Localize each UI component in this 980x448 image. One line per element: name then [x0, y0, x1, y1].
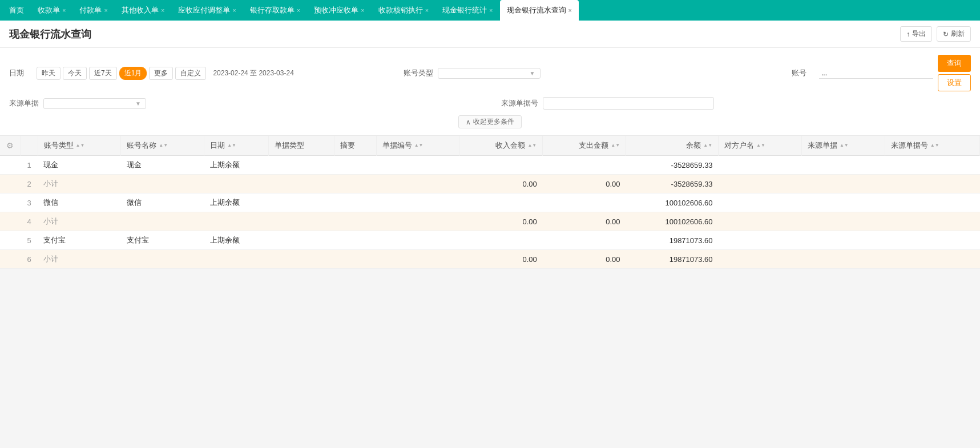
cell-summary	[334, 212, 376, 231]
refresh-button[interactable]: ↻ 刷新	[937, 26, 971, 42]
cell-doc-type	[269, 156, 334, 175]
th-income[interactable]: 收入金额 ▲▼	[459, 136, 543, 156]
sort-icon-source-doc-no: ▲▼	[930, 143, 939, 148]
nav-item-prepayment[interactable]: 预收冲应收单 ×	[307, 0, 371, 21]
cell-settings	[0, 193, 21, 212]
cell-balance: 100102606.60	[626, 193, 719, 212]
table-body: 1 现金 现金 上期余额 -3528659.33 2 小计 0.00 0.00 …	[0, 156, 980, 269]
account-type-select[interactable]: ▼	[438, 68, 541, 79]
cell-settings	[0, 231, 21, 250]
th-balance[interactable]: 余额 ▲▼	[626, 136, 719, 156]
cell-expense: 0.00	[543, 175, 626, 193]
date-btn-today[interactable]: 今天	[63, 67, 87, 80]
th-account-name[interactable]: 账号名称 ▲▼	[121, 136, 204, 156]
cell-balance: 19871073.60	[626, 231, 719, 250]
refresh-label: 刷新	[951, 29, 965, 39]
table-row[interactable]: 2 小计 0.00 0.00 -3528659.33	[0, 175, 980, 193]
nav-close-bank-deposit[interactable]: ×	[297, 7, 300, 14]
nav-label-receipt: 收款单	[38, 5, 60, 15]
table-row[interactable]: 3 微信 微信 上期余额 100102606.60	[0, 193, 980, 212]
cell-summary	[334, 156, 376, 175]
cell-balance: -3528659.33	[626, 156, 719, 175]
cell-source-doc-no	[885, 156, 979, 175]
nav-item-other-income[interactable]: 其他收入单 ×	[115, 0, 171, 21]
cell-source-doc	[801, 175, 885, 193]
cell-source-doc-no	[885, 250, 979, 269]
nav-label-prepayment: 预收冲应收单	[314, 5, 358, 15]
th-settings[interactable]: ⚙	[0, 136, 21, 156]
cell-expense: 0.00	[543, 212, 626, 231]
nav-item-writeoff[interactable]: 收款核销执行 ×	[372, 0, 435, 21]
th-source-doc-no[interactable]: 来源单据号 ▲▼	[885, 136, 979, 156]
gear-icon[interactable]: ⚙	[6, 141, 14, 150]
date-btn-yesterday[interactable]: 昨天	[37, 67, 61, 80]
th-expense[interactable]: 支出金额 ▲▼	[543, 136, 626, 156]
nav-close-bank-stats[interactable]: ×	[489, 7, 493, 14]
nav-close-writeoff[interactable]: ×	[425, 7, 429, 14]
chevron-down-icon: ▼	[530, 70, 535, 76]
nav-label-bank-flow: 现金银行流水查询	[507, 5, 566, 15]
cell-doc-no	[376, 231, 459, 250]
nav-close-adjustment[interactable]: ×	[232, 7, 236, 14]
nav-item-receipt[interactable]: 收款单 ×	[31, 0, 72, 21]
account-input[interactable]	[819, 68, 933, 79]
source-doc-select[interactable]: ▼	[43, 98, 146, 109]
nav-close-payment[interactable]: ×	[104, 7, 107, 14]
cell-source-doc	[801, 156, 885, 175]
nav-close-other-income[interactable]: ×	[161, 7, 164, 14]
nav-item-bank-stats[interactable]: 现金银行统计 ×	[435, 0, 499, 21]
nav-label-bank-stats: 现金银行统计	[442, 5, 487, 15]
query-button[interactable]: 查询	[938, 55, 971, 72]
nav-close-prepayment[interactable]: ×	[361, 7, 364, 14]
table-row[interactable]: 6 小计 0.00 0.00 19871073.60	[0, 250, 980, 269]
source-doc-no-input[interactable]	[543, 97, 714, 110]
table-header: ⚙ 账号类型 ▲▼ 账号名称 ▲▼ 日期	[0, 136, 980, 156]
collapse-label: 收起更多条件	[473, 117, 514, 127]
cell-doc-no	[376, 212, 459, 231]
nav-item-bank-flow[interactable]: 现金银行流水查询 ×	[500, 0, 579, 21]
th-date[interactable]: 日期 ▲▼	[204, 136, 269, 156]
th-counterparty[interactable]: 对方户名 ▲▼	[719, 136, 802, 156]
table-row[interactable]: 1 现金 现金 上期余额 -3528659.33	[0, 156, 980, 175]
cell-date: 上期余额	[204, 156, 269, 175]
source-doc-filter-group: 来源单据 ▼	[9, 98, 479, 109]
th-doc-no[interactable]: 单据编号 ▲▼	[376, 136, 459, 156]
th-source-doc[interactable]: 来源单据 ▲▼	[801, 136, 885, 156]
settings-button[interactable]: 设置	[938, 74, 971, 91]
nav-item-bank-deposit[interactable]: 银行存取款单 ×	[243, 0, 307, 21]
date-btn-1month[interactable]: 近1月	[119, 67, 147, 80]
cell-account-name: 支付宝	[121, 231, 204, 250]
date-btn-custom[interactable]: 自定义	[175, 67, 206, 80]
cell-balance: 100102606.60	[626, 212, 719, 231]
date-btn-7days[interactable]: 近7天	[89, 67, 117, 80]
cell-source-doc	[801, 250, 885, 269]
date-btn-more[interactable]: 更多	[149, 67, 173, 80]
table-row[interactable]: 4 小计 0.00 0.00 100102606.60	[0, 212, 980, 231]
sort-icon-account-name: ▲▼	[159, 143, 168, 148]
nav-close-bank-flow[interactable]: ×	[568, 7, 572, 14]
sort-icon-source-doc: ▲▼	[840, 143, 849, 148]
cell-summary	[334, 231, 376, 250]
table-row[interactable]: 5 支付宝 支付宝 上期余额 19871073.60	[0, 231, 980, 250]
export-button[interactable]: ↑ 导出	[900, 26, 932, 42]
cell-date	[204, 250, 269, 269]
nav-item-home[interactable]: 首页	[2, 0, 31, 21]
cell-income	[459, 231, 543, 250]
th-account-type[interactable]: 账号类型 ▲▼	[38, 136, 121, 156]
nav-item-payment[interactable]: 付款单 ×	[72, 0, 114, 21]
account-label: 账号	[792, 68, 814, 78]
cell-expense	[543, 231, 626, 250]
page-header: 现金银行流水查询 ↑ 导出 ↻ 刷新	[0, 21, 980, 48]
top-nav: 首页 收款单 × 付款单 × 其他收入单 × 应收应付调整单 × 银行存取款单 …	[0, 0, 980, 21]
cell-settings	[0, 212, 21, 231]
nav-item-adjustment[interactable]: 应收应付调整单 ×	[171, 0, 243, 21]
cell-doc-type	[269, 231, 334, 250]
date-filter-group: 日期 昨天 今天 近7天 近1月 更多 自定义 2023-02-24 至 202…	[9, 67, 382, 80]
cell-settings	[0, 175, 21, 193]
header-actions: ↑ 导出 ↻ 刷新	[900, 26, 971, 42]
nav-close-receipt[interactable]: ×	[62, 7, 66, 14]
chevron-down-icon-2: ▼	[135, 100, 141, 107]
collapse-button[interactable]: ∧ 收起更多条件	[458, 115, 522, 128]
cell-counterparty	[719, 231, 802, 250]
nav-label-payment: 付款单	[79, 5, 102, 15]
